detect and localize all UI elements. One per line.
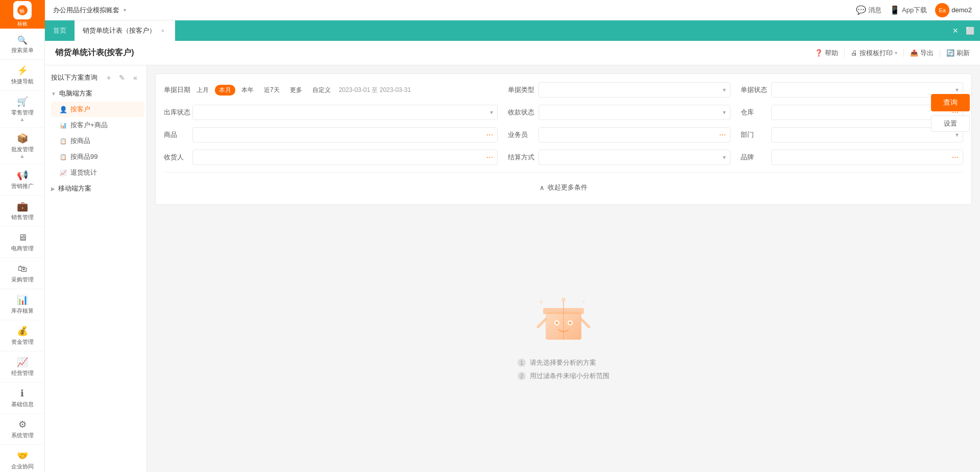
svg-point-8: [569, 321, 572, 324]
sidebar-item-inventory[interactable]: 📊 库存核算: [0, 289, 44, 320]
scheme-panel-header: 按以下方案查询 + ✎ «: [45, 69, 146, 86]
sidebar-item-marketing[interactable]: 📢 营销推广: [0, 164, 44, 196]
sidebar-item-finance[interactable]: 💰 资金管理: [0, 320, 44, 351]
mobile-group-header[interactable]: ▶ 移动端方案: [45, 181, 146, 196]
collapse-button[interactable]: ∧ 收起更多条件: [535, 179, 592, 196]
sidebar-item-quicknav[interactable]: ⚡ 快捷导航: [0, 60, 44, 91]
refresh-label: 刷新: [957, 49, 970, 58]
filter-department: 部门 ▾: [741, 127, 963, 143]
download-icon: 📱: [890, 5, 900, 15]
doc-status-label: 单据状态: [741, 85, 771, 95]
desktop-group-header[interactable]: ▼ 电脑端方案: [45, 86, 146, 101]
date-more[interactable]: 更多: [286, 85, 306, 96]
salesperson-dots: ···: [719, 130, 726, 139]
tab-active[interactable]: 销货单统计表（按客户） ×: [75, 20, 175, 41]
app-download-action[interactable]: 📱 App下载: [890, 5, 927, 15]
scheme-item-customer-label: 按客户: [70, 105, 90, 114]
page-header: 销货单统计表(按客户) ❓ 帮助 🖨 按模板打印 ▾ 📤 导出: [45, 41, 980, 65]
customer-goods-icon: 📊: [59, 121, 67, 129]
print-dropdown-arrow[interactable]: ▾: [895, 50, 897, 56]
sidebar-item-ecommerce[interactable]: 🖥 电商管理: [0, 227, 44, 258]
separator2: [903, 49, 904, 57]
recv-status-arrow: ▾: [723, 109, 726, 116]
marketing-icon: 📢: [17, 170, 28, 181]
out-status-select[interactable]: ▾: [192, 105, 498, 120]
recv-status-label: 收款状态: [508, 108, 538, 117]
scheme-edit-button[interactable]: ✎: [117, 73, 127, 83]
print-icon: 🖨: [851, 49, 857, 57]
baseinfo-icon: ℹ: [17, 388, 28, 399]
quicknav-icon: ⚡: [17, 65, 28, 76]
date-this-year[interactable]: 本年: [237, 85, 258, 96]
payment-label: 结算方式: [508, 153, 538, 162]
sidebar-item-search[interactable]: 🔍 搜索菜单: [0, 29, 45, 60]
settings-button[interactable]: 设置: [931, 115, 970, 132]
salesperson-select[interactable]: ···: [538, 127, 730, 143]
tab-maximize-window[interactable]: ⬜: [964, 25, 976, 37]
scheme-item-returns[interactable]: 📈 退货统计: [51, 165, 144, 180]
sidebar-item-operations[interactable]: 📈 经营管理: [0, 351, 44, 383]
filter-row-1: 单据日期 上月 本月 本年 近7天 更多 自定义: [164, 82, 963, 98]
date-last-month[interactable]: 上月: [192, 85, 213, 96]
scheme-add-button[interactable]: +: [104, 73, 114, 83]
help-button[interactable]: ❓ 帮助: [815, 49, 838, 58]
sidebar-navigation: ⚡ 快捷导航 🛒 零售管理 ▲ 📦 批发管理 ▲ 📢 营销推广 💼 销售管理 🖥…: [0, 60, 44, 472]
tab-close-button[interactable]: ×: [159, 27, 167, 35]
avatar-text: Ea: [939, 7, 946, 13]
help-label: 帮助: [825, 49, 838, 58]
sidebar-item-retail[interactable]: 🛒 零售管理 ▲: [0, 91, 44, 128]
sidebar-item-baseinfo[interactable]: ℹ 基础信息: [0, 383, 44, 414]
filter-doc-status: 单据状态 ▾: [741, 82, 963, 98]
page-title: 销货单统计表(按客户): [55, 48, 134, 58]
svg-text:★: ★: [539, 299, 544, 305]
active-tab-label: 销货单统计表（按客户）: [83, 26, 156, 35]
export-icon: 📤: [910, 49, 918, 57]
payment-select[interactable]: ▾: [538, 150, 730, 165]
filter-recipient: 收货人 ···: [164, 150, 498, 165]
date-last7days[interactable]: 近7天: [260, 85, 284, 96]
scheme-item-goods99[interactable]: 📋 按商品99: [51, 149, 144, 164]
goods-icon: 📋: [59, 137, 67, 145]
tab-close-window[interactable]: ✕: [949, 25, 962, 37]
goods-select[interactable]: ···: [192, 127, 498, 143]
tab-home[interactable]: 首页: [45, 20, 75, 41]
filter-grid: 单据日期 上月 本月 本年 近7天 更多 自定义: [155, 74, 972, 205]
refresh-button[interactable]: 🔄 刷新: [946, 49, 970, 58]
filter-warehouse: 仓库 ···: [741, 105, 963, 120]
recipient-select[interactable]: ···: [192, 150, 498, 165]
svg-text:★: ★: [582, 299, 585, 304]
filter-salesperson: 业务员 ···: [508, 127, 730, 143]
warehouse-label: 仓库: [741, 108, 771, 117]
scheme-item-customer-goods[interactable]: 📊 按客户+商品: [51, 117, 144, 133]
sidebar-item-purchase[interactable]: 🛍 采购管理: [0, 258, 44, 289]
scheme-item-goods[interactable]: 📋 按商品: [51, 133, 144, 149]
print-label: 按模板打印: [860, 49, 893, 58]
brand-select[interactable]: ···: [771, 150, 963, 165]
sidebar-item-sales[interactable]: 💼 销售管理: [0, 196, 44, 227]
page-dropdown-arrow[interactable]: ▾: [124, 7, 126, 13]
top-header: 办公用品行业模拟账套 ▾ 💬 消息 📱 App下载 Ea demo2: [45, 0, 980, 20]
header-right: 💬 消息 📱 App下载 Ea demo2: [856, 3, 972, 17]
mobile-group-label: 移动端方案: [58, 184, 91, 193]
message-action[interactable]: 💬 消息: [856, 5, 881, 15]
recv-status-select[interactable]: ▾: [538, 105, 730, 120]
goods-label: 商品: [164, 130, 192, 139]
desktop-group-arrow: ▼: [51, 91, 56, 97]
scheme-item-customer[interactable]: 👤 按客户: [51, 102, 144, 117]
export-button[interactable]: 📤 导出: [910, 49, 934, 58]
sidebar-item-wholesale[interactable]: 📦 批发管理 ▲: [0, 128, 44, 164]
scheme-panel-title: 按以下方案查询: [51, 73, 97, 82]
sidebar-item-system[interactable]: ⚙ 系统管理: [0, 414, 44, 445]
date-custom[interactable]: 自定义: [308, 85, 335, 96]
desktop-scheme-group: ▼ 电脑端方案 👤 按客户 📊 按客户+商品 📋: [45, 86, 146, 180]
sidebar-item-collab[interactable]: 🤝 企业协同: [0, 445, 44, 472]
salesperson-label: 业务员: [508, 130, 538, 139]
print-button[interactable]: 🖨 按模板打印 ▾: [851, 49, 897, 58]
filter-doc-type: 单据类型 ▾: [508, 82, 730, 98]
query-button[interactable]: 查询: [931, 94, 970, 111]
date-this-month[interactable]: 本月: [215, 85, 235, 96]
doc-type-select[interactable]: ▾: [538, 82, 730, 98]
scheme-collapse-button[interactable]: «: [130, 73, 140, 83]
date-range-display: 2023-03-01 至 2023-03-31: [339, 86, 411, 95]
user-profile[interactable]: Ea demo2: [935, 3, 972, 17]
